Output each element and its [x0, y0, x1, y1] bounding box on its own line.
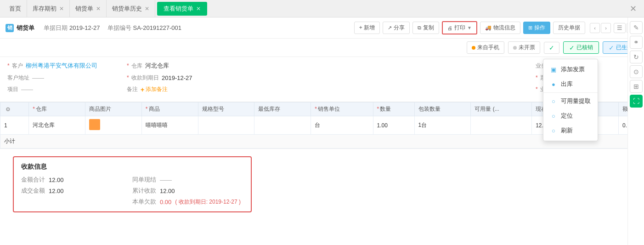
- settings-icon[interactable]: ⚙: [4, 106, 11, 113]
- td-sales-unit: 台: [311, 116, 373, 135]
- sidebar-person-btn[interactable]: ⊙: [630, 65, 643, 78]
- not-open-dot-icon: [513, 46, 517, 50]
- dropdown-menu: ▣ 添加发票 ● 出库 ○ 可用量提取 ○ 定位 ○ 刷新: [543, 59, 598, 141]
- payment-single-settlement-value: ——: [160, 177, 172, 183]
- payment-owed-value: 0.00: [160, 199, 171, 205]
- prev-btn[interactable]: ‹: [590, 23, 600, 33]
- tab-sales-order[interactable]: 销货单 ✕: [70, 0, 107, 17]
- tab-inventory-init-close[interactable]: ✕: [59, 6, 64, 12]
- tab-view-sales[interactable]: 查看销货单 ✕: [157, 2, 207, 16]
- form-row-2: 客户地址 —— * 收款到期日 2019-12-27 * 票据类型 不开票: [7, 74, 637, 82]
- th-available: 可用量 (...: [471, 103, 532, 116]
- th-spec: 规格型号: [198, 103, 254, 116]
- th-quantity: *数量: [373, 103, 414, 116]
- payment-total: 金额合计 12.00: [21, 176, 132, 184]
- payment-owed-note: ( 收款到期日: 2019-12-27 ): [175, 198, 241, 206]
- sidebar-rotate-btn[interactable]: ↻: [630, 51, 643, 63]
- product-thumbnail: [89, 119, 100, 130]
- project-value: ——: [21, 86, 33, 93]
- menu-divider: [543, 92, 598, 93]
- doc-date-field: 单据日期 2019-12-27: [44, 24, 100, 32]
- customer-field: * 客户 柳州粤港平安气体有限公司: [7, 62, 108, 70]
- payment-grid: 金额合计 12.00 同单现结 —— 成交金额 12.00 累计收款 12.00: [21, 176, 243, 206]
- history-btn[interactable]: 历史单据: [553, 22, 585, 34]
- menu-available-take[interactable]: ○ 可用量提取: [543, 94, 598, 108]
- sold-badge: ✓ 已核销: [563, 41, 599, 54]
- tab-view-sales-close[interactable]: ✕: [196, 6, 201, 12]
- th-product-img: 商品图片: [85, 103, 142, 116]
- locate-icon: ○: [550, 112, 557, 120]
- td-product-img: [85, 116, 142, 135]
- payment-cumulative-value: 12.00: [160, 188, 175, 194]
- th-settings[interactable]: ⚙: [0, 103, 29, 116]
- sidebar-link-btn[interactable]: ⚭: [630, 36, 643, 49]
- refresh-icon: ○: [550, 127, 557, 134]
- payment-single-settlement: 同单现结 ——: [132, 176, 243, 184]
- right-sidebar: ✎ ⚭ ↻ ⊙ ⊞ ⛶: [627, 17, 644, 245]
- add-note-btn[interactable]: + 添加备注: [141, 85, 168, 93]
- tab-sales-history[interactable]: 销货单历史 ✕: [107, 0, 155, 17]
- td-seq: 1: [0, 116, 29, 135]
- phone-dot-icon: [472, 46, 475, 50]
- customer-address-field: 客户地址 ——: [7, 74, 108, 82]
- form-row-3: 项目 —— 备注 + 添加备注 * 业务员盂 ——: [7, 85, 637, 93]
- th-min-stock: 最低库存: [254, 103, 311, 116]
- warehouse-value: 河北仓库: [145, 62, 169, 70]
- outbound-icon: ●: [550, 80, 557, 88]
- share-btn[interactable]: ↗ 分享: [383, 22, 410, 34]
- tab-home[interactable]: 首页: [4, 0, 27, 17]
- td-available: [471, 116, 532, 135]
- list-view-btn[interactable]: ☰: [614, 23, 626, 33]
- tab-sales-history-close[interactable]: ✕: [145, 6, 149, 12]
- check-btn[interactable]: ✓: [544, 42, 559, 54]
- menu-locate[interactable]: ○ 定位: [543, 108, 598, 123]
- th-warehouse: *仓库: [29, 103, 85, 116]
- menu-add-invoice[interactable]: ▣ 添加发票: [543, 62, 598, 77]
- form-row-1: * 客户 柳州粤港平安气体有限公司 * 仓库 河北仓库 业务员 演示账号: [7, 62, 637, 70]
- payment-owed: 本单欠款 0.00 ( 收款到期日: 2019-12-27 ): [132, 198, 243, 206]
- customer-value[interactable]: 柳州粤港平安气体有限公司: [26, 62, 97, 70]
- td-product: 嘻嘻嘻嘻: [141, 116, 198, 135]
- sold-check-icon: ✓: [569, 44, 575, 51]
- payment-total-value: 12.00: [49, 177, 64, 183]
- th-product: *商品: [141, 103, 198, 116]
- payment-box: 收款信息 金额合计 12.00 同单现结 —— 成交金额 12.00: [13, 156, 252, 212]
- main-content: 销 销货单 单据日期 2019-12-27 单据编号 SA-20191227-0…: [0, 17, 644, 245]
- logistics-btn[interactable]: 🚚 物流信息: [480, 22, 520, 34]
- toolbar: + 新增 ↗ 分享 ⧉ 复制 🖨 打印 ▼ 🚚 物流信息: [354, 21, 638, 34]
- menu-refresh[interactable]: ○ 刷新: [543, 123, 598, 138]
- tab-bar-close-btn[interactable]: ✕: [626, 4, 640, 14]
- payment-transaction: 成交金额 12.00: [21, 187, 132, 195]
- copy-btn[interactable]: ⧉ 复制: [412, 22, 439, 34]
- tab-sales-order-close[interactable]: ✕: [96, 6, 101, 12]
- operation-btn[interactable]: ⊞ 操作: [523, 22, 550, 34]
- payment-date-field: * 收款到期日 2019-12-27: [127, 74, 228, 82]
- effective-check-icon: ✓: [609, 44, 614, 51]
- project-field: 项目 ——: [7, 85, 108, 93]
- sidebar-edit-btn[interactable]: ✎: [630, 21, 643, 34]
- sidebar-expand-btn[interactable]: ⛶: [630, 95, 643, 108]
- td-min-stock: [254, 116, 311, 135]
- action-row: 来自手机 未开票 ✓ ✓ 已核销 ✓ 已生效: [0, 39, 644, 57]
- sidebar-grid-btn[interactable]: ⊞: [630, 80, 643, 93]
- payment-transaction-value: 12.00: [49, 188, 64, 194]
- add-invoice-icon: ▣: [550, 66, 557, 73]
- payment-title: 收款信息: [21, 163, 243, 171]
- check-icon: ✓: [549, 44, 554, 51]
- td-quantity: 1.00: [373, 116, 414, 135]
- new-btn[interactable]: + 新增: [354, 22, 380, 34]
- menu-outbound[interactable]: ● 出库: [543, 77, 598, 91]
- nav-arrows: ‹ ›: [590, 23, 611, 33]
- print-btn[interactable]: 🖨 打印 ▼: [442, 21, 477, 34]
- td-warehouse: 河北仓库: [29, 116, 85, 135]
- th-pack-qty: 包装数量: [414, 103, 471, 116]
- doc-number-field: 单据编号 SA-20191227-001: [107, 24, 182, 32]
- available-take-icon: ○: [550, 97, 557, 105]
- tab-inventory-init[interactable]: 库存期初 ✕: [27, 0, 70, 17]
- from-phone-btn[interactable]: 来自手机: [467, 41, 504, 54]
- customer-address-value: ——: [32, 74, 44, 81]
- next-btn[interactable]: ›: [601, 23, 611, 33]
- payment-cumulative: 累计收款 12.00: [132, 187, 243, 195]
- note-field: 备注 + 添加备注: [127, 85, 228, 93]
- not-open-btn[interactable]: 未开票: [508, 41, 540, 54]
